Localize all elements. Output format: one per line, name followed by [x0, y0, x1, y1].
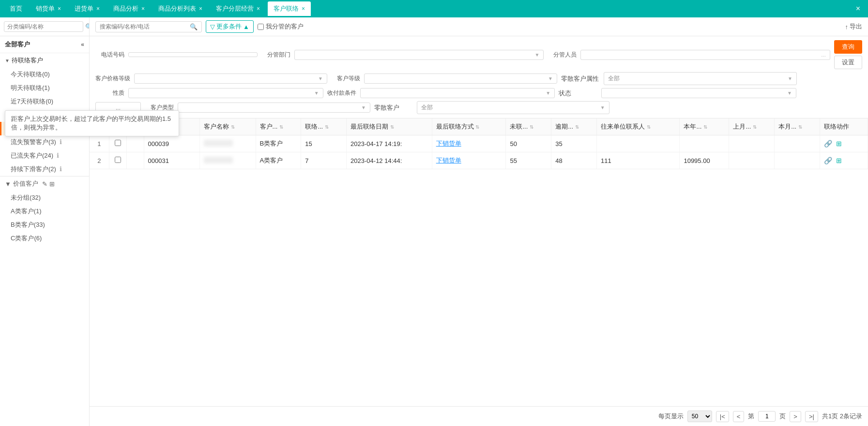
retail-attr-select[interactable]: 全部 ▼ — [604, 72, 797, 85]
status-select[interactable]: ▼ — [601, 88, 796, 98]
sidebar-search-icon[interactable]: 🔍 — [85, 23, 90, 30]
row-last-way-0[interactable]: 下销货单 — [432, 135, 506, 152]
nav-product-analysis-close[interactable]: × — [141, 5, 145, 12]
col-header-last-way[interactable]: 最后联络方式 ⇅ — [432, 118, 506, 135]
sort-icon-overdue[interactable]: ⇅ — [575, 124, 579, 130]
col-header-unit-contact[interactable]: 往来单位联系人 ⇅ — [597, 118, 680, 135]
nav-product-list-close[interactable]: × — [199, 5, 202, 12]
row-action-1[interactable]: 🔗 ⊞ — [820, 152, 868, 169]
last-page-button[interactable]: >| — [805, 411, 818, 422]
sidebar-item-7days[interactable]: 近7天待联络(0) — [0, 95, 89, 108]
retail-attr-wrap: 零散客户属性 — [561, 74, 600, 83]
col-header-overdue[interactable]: 逾期... ⇅ — [551, 118, 597, 135]
row-check-1[interactable] — [109, 152, 126, 169]
sort-icon-type[interactable]: ⇅ — [279, 124, 283, 130]
sidebar-item-churned[interactable]: 已流失客户(24) ℹ — [0, 149, 89, 162]
setting-button[interactable]: 设置 — [834, 56, 862, 69]
more-conditions-button[interactable]: ▽ 更多条件 ▲ — [206, 20, 254, 33]
sidebar-item-a-class[interactable]: A类客户(1) — [0, 205, 89, 218]
nav-sales-close[interactable]: × — [58, 5, 61, 12]
nav-home[interactable]: 首页 — [4, 1, 28, 16]
col-header-this-month[interactable]: 本月... ⇅ — [775, 118, 820, 135]
person-select[interactable]: … — [580, 50, 830, 60]
next-page-button[interactable]: > — [790, 411, 801, 422]
action-link-icon-0[interactable]: 🔗 — [824, 140, 832, 147]
payment-select[interactable]: ▼ — [360, 88, 555, 98]
dept-select[interactable]: ▼ — [294, 50, 544, 60]
row-check-0[interactable] — [109, 135, 126, 152]
payment-label: 收付款条件 — [327, 89, 356, 97]
col-header-this-year[interactable]: 本年... ⇅ — [680, 118, 729, 135]
col-header-last-date[interactable]: 最后联络日期 ⇅ — [347, 118, 432, 135]
sidebar-item-churn-warning[interactable]: 流失预警客户(3) ℹ — [0, 135, 89, 149]
row-checkbox-1[interactable] — [115, 157, 121, 163]
col-header-last-month[interactable]: 上月... ⇅ — [729, 118, 775, 135]
nav-customer-tier[interactable]: 客户分层经营 × — [210, 1, 266, 16]
prev-page-button[interactable]: < — [733, 411, 745, 422]
sidebar-group-pending-title[interactable]: ▼ 待联络客户 — [0, 53, 89, 68]
row-last-way-1[interactable]: 下销货单 — [432, 152, 506, 169]
sidebar-item-today[interactable]: 今天待联络(0) — [0, 68, 89, 81]
sort-icon-unit-contact[interactable]: ⇅ — [647, 124, 651, 130]
sort-icon-last-month[interactable]: ⇅ — [753, 124, 757, 130]
nav-product-list[interactable]: 商品分析列表 × — [152, 1, 208, 16]
sidebar-item-b-class[interactable]: B类客户(33) — [0, 218, 89, 232]
main-search-input[interactable] — [100, 23, 190, 30]
nav-customer-contact-close[interactable]: × — [302, 5, 305, 12]
col-header-uncontacted[interactable]: 未联... ⇅ — [506, 118, 551, 135]
col-header-type[interactable]: 客户... ⇅ — [256, 118, 301, 135]
sort-icon-name[interactable]: ⇅ — [231, 124, 235, 130]
nav-customer-contact[interactable]: 客户联络 × — [268, 1, 311, 16]
close-all-button[interactable]: × — [852, 4, 864, 13]
customer-type-select[interactable]: ▼ — [178, 103, 370, 113]
value-group-edit-icon[interactable]: ✎ — [42, 180, 47, 188]
sort-icon-this-year[interactable]: ⇅ — [703, 124, 707, 130]
declining-info-icon[interactable]: ℹ — [60, 165, 62, 173]
gender-label: 性质 — [95, 89, 124, 97]
first-page-button[interactable]: |< — [716, 411, 729, 422]
sort-icon-contact[interactable]: ⇅ — [325, 124, 329, 130]
row-code-1[interactable]: 000031 — [144, 152, 200, 169]
nav-sales[interactable]: 销货单 × — [30, 1, 67, 16]
sidebar-item-tomorrow[interactable]: 明天待联络(1) — [0, 81, 89, 95]
action-grid-icon-0[interactable]: ⊞ — [836, 140, 842, 147]
col-header-name[interactable]: 客户名称 ⇅ — [200, 118, 256, 135]
value-group-settings-icon[interactable]: ⊞ — [49, 180, 55, 188]
nav-purchase-close[interactable]: × — [96, 5, 100, 12]
retail-customer-select[interactable]: 全部 ▼ — [417, 101, 609, 114]
export-button[interactable]: ↑ 导出 — [845, 22, 863, 31]
my-customers-checkbox-wrap[interactable]: 我分管的客户 — [258, 22, 304, 31]
sidebar-item-declining[interactable]: 持续下滑客户(2) ℹ — [0, 162, 89, 176]
nav-customer-tier-close[interactable]: × — [257, 5, 260, 12]
per-page-select[interactable]: 50 100 200 — [687, 411, 712, 422]
page-input[interactable] — [758, 411, 776, 422]
sidebar-collapse-icon[interactable]: « — [81, 41, 84, 48]
my-customers-checkbox[interactable] — [258, 24, 264, 30]
sort-icon-last-date[interactable]: ⇅ — [390, 124, 394, 130]
row-code-0[interactable]: 000039 — [144, 135, 200, 152]
sidebar-value-title[interactable]: ▼ 价值客户 ✎ ⊞ — [0, 176, 89, 191]
query-button[interactable]: 查询 — [834, 40, 862, 54]
nav-purchase[interactable]: 进货单 × — [69, 1, 106, 16]
col-header-action: 联络动作 — [820, 118, 868, 135]
sort-icon-uncontacted[interactable]: ⇅ — [530, 124, 533, 130]
sidebar-item-ungrouped[interactable]: 未分组(32) — [0, 191, 89, 205]
row-action-0[interactable]: 🔗 ⊞ — [820, 135, 868, 152]
action-grid-icon-1[interactable]: ⊞ — [836, 157, 842, 164]
action-link-icon-1[interactable]: 🔗 — [824, 157, 832, 164]
churn-warning-info-icon[interactable]: ℹ — [60, 138, 62, 146]
phone-input[interactable] — [128, 52, 258, 57]
sidebar-search-input[interactable] — [4, 21, 83, 32]
gender-select[interactable]: ▼ — [128, 88, 323, 98]
sort-icon-last-way[interactable]: ⇅ — [475, 124, 479, 130]
main-search-icon[interactable]: 🔍 — [190, 23, 198, 30]
filter-bar: 🔍 ▽ 更多条件 ▲ 我分管的客户 ↑ 导出 — [90, 17, 868, 36]
churned-info-icon[interactable]: ℹ — [57, 152, 59, 159]
nav-product-analysis[interactable]: 商品分析 × — [107, 1, 151, 16]
sort-icon-this-month[interactable]: ⇅ — [798, 124, 802, 130]
col-header-contact[interactable]: 联络... ⇅ — [301, 118, 347, 135]
grade-select[interactable]: ▼ — [364, 73, 557, 84]
row-checkbox-0[interactable] — [115, 140, 121, 146]
sidebar-item-c-class[interactable]: C类客户(6) — [0, 232, 89, 245]
price-grade-select[interactable]: ▼ — [134, 73, 327, 84]
